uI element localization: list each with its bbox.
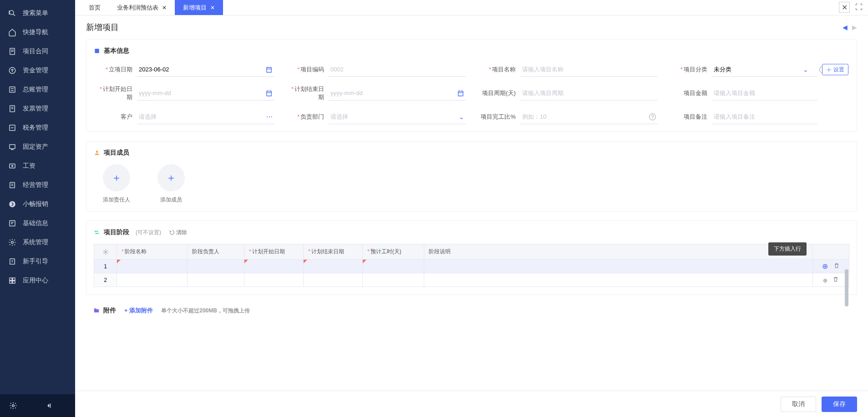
cell-end[interactable] <box>304 273 363 287</box>
collapse-icon[interactable] <box>45 402 53 410</box>
section-header: 项目成员 <box>94 149 849 157</box>
folder-icon <box>93 307 100 314</box>
calendar-icon[interactable] <box>265 90 273 97</box>
delete-row-icon[interactable] <box>833 264 840 270</box>
section-basic: 基本信息 *立项日期 *项目编码 <box>86 39 857 132</box>
calendar-icon[interactable] <box>457 90 464 97</box>
sidebar-item-tax[interactable]: 税务管理 <box>0 118 75 137</box>
col-settings[interactable] <box>94 244 117 260</box>
asset-icon <box>8 143 16 151</box>
cell-owner[interactable] <box>188 260 244 273</box>
expand-icon[interactable]: ⛶ <box>853 2 864 13</box>
sidebar-item-guide[interactable]: 新手引导 <box>0 252 75 271</box>
calendar-icon[interactable] <box>265 66 273 73</box>
sidebar-item-ledger[interactable]: 总账管理 <box>0 80 75 99</box>
business-icon <box>8 181 16 189</box>
tab-home[interactable]: 首页 <box>81 0 109 15</box>
sidebar-item-business[interactable]: 经营管理 <box>0 176 75 195</box>
plan-end-input[interactable] <box>329 86 466 100</box>
cell-hours[interactable] <box>363 273 424 287</box>
footer-bar: 取消 保存 <box>75 391 868 417</box>
sidebar-item-asset[interactable]: 固定资产 <box>0 137 75 156</box>
cancel-button[interactable]: 取消 <box>781 397 816 412</box>
help-icon[interactable]: ? <box>649 114 656 121</box>
settings-button[interactable]: 设置 <box>822 64 848 75</box>
label: 项目金额 <box>669 89 712 97</box>
category-select[interactable] <box>712 62 817 77</box>
prev-record-icon[interactable]: ◀ <box>843 24 848 31</box>
close-window-icon[interactable]: ✕ <box>839 2 850 13</box>
table-scrollbar[interactable] <box>845 269 848 306</box>
label: *负责部门 <box>285 113 329 121</box>
sidebar-item-search[interactable]: 搜索菜单 <box>0 4 75 23</box>
remark-input[interactable] <box>712 110 817 124</box>
sidebar-label: 固定资产 <box>23 143 48 151</box>
code-input[interactable] <box>329 62 466 77</box>
cell-name[interactable] <box>117 273 188 287</box>
amount-input[interactable] <box>712 86 817 100</box>
delete-row-icon[interactable] <box>832 277 839 284</box>
page-header: 新增项目 ◀ ▶ <box>75 15 868 39</box>
svg-rect-30 <box>50 404 51 408</box>
sidebar-item-invoice[interactable]: 发票管理 <box>0 99 75 118</box>
field-customer: 客户 ⋯ <box>94 110 274 124</box>
cell-desc[interactable] <box>424 260 813 273</box>
svg-rect-14 <box>10 164 15 168</box>
stages-icon <box>94 229 100 236</box>
sidebar-label: 税务管理 <box>23 124 48 132</box>
add-owner-label: 添加责任人 <box>103 196 130 204</box>
sidebar-label: 搜索菜单 <box>23 9 48 17</box>
row-number: 1 <box>94 260 117 273</box>
cell-owner[interactable] <box>188 273 244 287</box>
close-icon[interactable]: ✕ <box>210 5 215 11</box>
table-row[interactable]: 2 ⊕ <box>94 273 849 287</box>
ledger-icon <box>8 85 16 94</box>
sidebar-item-contract[interactable]: 项目合同 <box>0 42 75 61</box>
add-attachment-link[interactable]: + 添加附件 <box>124 306 153 315</box>
dept-select[interactable] <box>329 110 466 124</box>
sidebar-item-expense[interactable]: 小畅报销 <box>0 195 75 214</box>
add-row-icon[interactable]: ⊕ <box>822 262 828 270</box>
plan-start-input[interactable] <box>137 86 274 100</box>
settings-icon[interactable] <box>9 402 17 410</box>
clear-link[interactable]: 清除 <box>169 229 187 236</box>
cell-start[interactable] <box>244 273 304 287</box>
cell-start[interactable] <box>244 260 304 273</box>
cell-name[interactable] <box>117 260 188 273</box>
add-member-button[interactable]: ＋ <box>157 164 185 191</box>
svg-point-19 <box>9 201 15 207</box>
section-title: 附件 <box>103 306 116 315</box>
svg-rect-28 <box>13 281 15 283</box>
cell-end[interactable] <box>304 260 363 273</box>
tab-profit-estimate[interactable]: 业务利润预估表 ✕ <box>109 0 175 15</box>
svg-point-0 <box>10 10 14 15</box>
section-members: 项目成员 ＋ 添加责任人 ＋ 添加成员 <box>86 141 857 211</box>
name-input[interactable] <box>520 62 658 77</box>
period-input[interactable] <box>520 86 658 100</box>
sidebar-item-basicinfo[interactable]: 基础信息 <box>0 214 75 233</box>
label: 项目完工比% <box>477 113 520 121</box>
close-icon[interactable]: ✕ <box>162 5 167 11</box>
add-owner-button[interactable]: ＋ <box>103 164 130 191</box>
label: 项目备注 <box>669 113 712 121</box>
cell-hours[interactable] <box>363 260 424 273</box>
sidebar-item-appcenter[interactable]: 应用中心 <box>0 271 75 290</box>
field-complete: 项目完工比% ? <box>477 110 658 124</box>
next-record-icon[interactable]: ▶ <box>852 24 857 31</box>
chevron-down-icon[interactable]: ⌄ <box>459 113 464 121</box>
more-icon[interactable]: ⋯ <box>266 113 273 121</box>
complete-input[interactable] <box>520 110 658 124</box>
add-row-icon[interactable]: ⊕ <box>823 277 827 284</box>
sidebar-item-system[interactable]: 系统管理 <box>0 233 75 252</box>
content-scroll[interactable]: 基本信息 *立项日期 *项目编码 <box>75 39 868 417</box>
tab-new-project[interactable]: 新增项目 ✕ <box>175 0 223 15</box>
sidebar-item-salary[interactable]: 工资 <box>0 156 75 176</box>
sidebar-item-funds[interactable]: 资金管理 <box>0 61 75 80</box>
sidebar-item-quicknav[interactable]: 快捷导航 <box>0 23 75 42</box>
chevron-down-icon[interactable]: ⌄ <box>803 66 808 73</box>
save-button[interactable]: 保存 <box>822 397 857 412</box>
customer-select[interactable] <box>137 110 274 124</box>
cell-desc[interactable] <box>424 273 813 287</box>
date-input[interactable] <box>137 62 274 77</box>
table-row[interactable]: 1 ⊕ <box>94 260 849 273</box>
